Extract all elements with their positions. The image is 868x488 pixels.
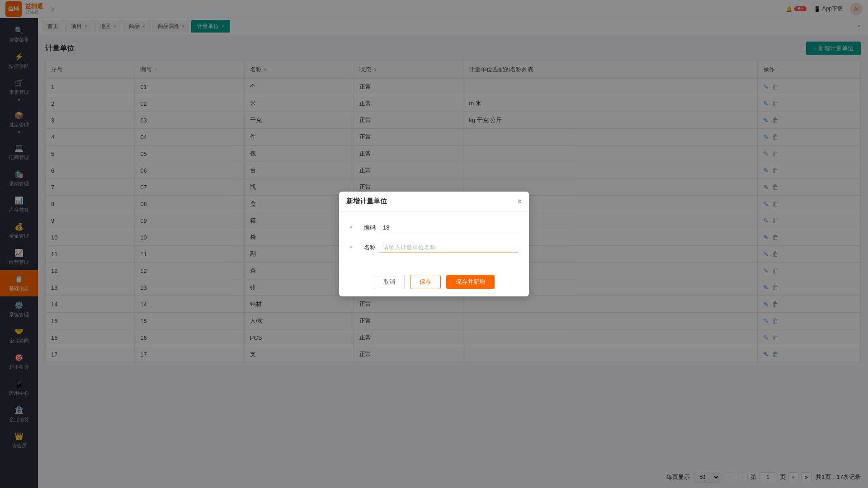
modal-header: 新增计量单位 × (339, 192, 529, 211)
save-new-button[interactable]: 保存并新增 (446, 275, 495, 289)
modal-add-unit: 新增计量单位 × * 编码 * 名称 取消 保存 保存并新增 (339, 192, 529, 296)
name-required-mark: * (350, 244, 352, 251)
form-row-name: * 名称 (350, 242, 518, 253)
modal-overlay: 新增计量单位 × * 编码 * 名称 取消 保存 保存并新增 (0, 0, 868, 488)
modal-title: 新增计量单位 (346, 197, 387, 206)
code-input[interactable] (379, 222, 518, 233)
cancel-button[interactable]: 取消 (374, 275, 405, 289)
code-label: 编码 (358, 224, 376, 232)
name-label: 名称 (358, 244, 376, 252)
form-row-code: * 编码 (350, 222, 518, 233)
code-required-mark: * (350, 225, 352, 231)
modal-close-btn[interactable]: × (518, 197, 522, 206)
modal-footer: 取消 保存 保存并新增 (339, 269, 529, 296)
modal-body: * 编码 * 名称 (339, 211, 529, 269)
save-button[interactable]: 保存 (410, 275, 441, 289)
name-input[interactable] (379, 242, 518, 253)
